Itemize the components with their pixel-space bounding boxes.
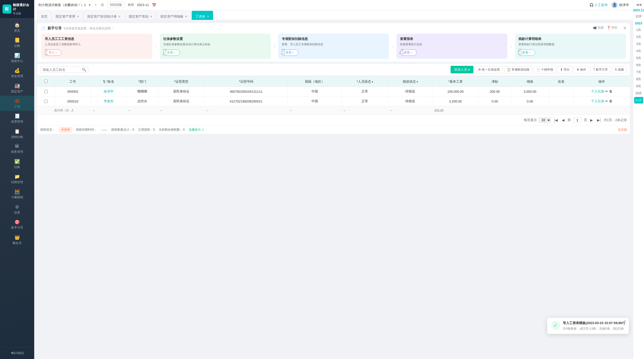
col-apply: 应发 (549, 77, 574, 87)
month-item-5月[interactable]: 5月 (634, 55, 643, 61)
user-menu[interactable]: 👤 徐泽华 (612, 2, 629, 8)
select-all-checkbox[interactable] (44, 80, 48, 83)
sidebar-item-资金管理[interactable]: 💰资金管理 (0, 65, 34, 80)
auth-label: 授权状态： (40, 128, 55, 132)
cell-ops[interactable]: 个人社保 ✏ 🗑 (573, 87, 630, 96)
month-item-3月[interactable]: 3月 (634, 41, 643, 47)
row-checkbox[interactable] (44, 90, 48, 93)
month-item-10月[interactable]: 10月 (634, 90, 643, 96)
prev-page-btn[interactable]: ◀ (561, 118, 566, 123)
recharge-link[interactable]: 去充值 (618, 128, 627, 132)
sidebar-item-小畅报销[interactable]: 🧮小畅报销 (0, 186, 34, 201)
sidebar-item-结账[interactable]: ✅结账 (0, 156, 34, 171)
add-person-button[interactable]: 添加人员 ▾ (451, 66, 473, 73)
month-item-9月[interactable]: 9月 (634, 83, 643, 89)
panel-collapse-btn[interactable]: ◀◀ (635, 2, 642, 8)
video-link[interactable]: 📹 视频 (593, 26, 603, 30)
step-desc-3: 查看、导入员工专项附加扣除信息 (282, 42, 386, 47)
tab-close-icon[interactable]: ✕ (207, 15, 209, 18)
search-input[interactable] (43, 68, 80, 72)
tab-固定资产管理[interactable]: 固定资产管理✕ (52, 11, 83, 20)
sidebar-item-新手引导[interactable]: 🎯新手引导 (0, 217, 34, 232)
month-item-1月[interactable]: 1月 (634, 27, 643, 33)
last-page-btn[interactable]: ▶| (596, 118, 602, 123)
sidebar-item-税务管理[interactable]: 🏛税务管理 (0, 141, 34, 156)
month-item-11月[interactable]: 11月 (634, 97, 643, 104)
step-title-5: 税款计算明细表 (518, 37, 622, 41)
sidebar-item-发票管理[interactable]: 🧾发票管理 (0, 111, 34, 126)
nav-label-总账: 总账 (14, 44, 20, 47)
account-dropdown-icon[interactable]: ▾ (89, 3, 91, 7)
sidebar-item-进销台账[interactable]: 📋进销台账 (0, 126, 34, 141)
delete-icon[interactable]: 🗑 (609, 89, 612, 93)
warm-tips[interactable]: 温馨提示 ⚠ (189, 128, 204, 132)
cell-ops[interactable]: 个人社保 ✏ 🗑 (573, 96, 630, 106)
tab-close-icon[interactable]: ✕ (77, 15, 79, 18)
sidebar-item-总账[interactable]: 📒总账 (0, 35, 34, 50)
row-checkbox[interactable] (44, 100, 48, 103)
col-status: *人员状态 ▾ (341, 77, 388, 87)
page-size-select[interactable]: 10 20 50 (539, 117, 551, 123)
tab-固定资产折旧统计表[interactable]: 固定资产折旧统计表✕ (84, 11, 125, 20)
action-btn-操作[interactable]: ⚙操作 (574, 66, 589, 73)
month-item-7月[interactable]: 7月 (634, 69, 643, 75)
next-page-btn[interactable]: ▶ (589, 118, 594, 123)
action-btn-导出[interactable]: ⬆导出 (557, 66, 572, 73)
sidebar-item-报表中心[interactable]: 📊报表中心 (0, 50, 34, 65)
nav-label-税务管理: 税务管理 (11, 150, 23, 153)
footer-total: 合计共（2）人 (37, 106, 91, 115)
tab-首页[interactable]: 首页 (37, 11, 51, 20)
ai-service-btn[interactable]: 🎧 人工咨询 (589, 3, 608, 7)
month-item-dec-prev[interactable]: 12月 (634, 13, 643, 20)
tab-label: 固定资产折旧统计表 (87, 14, 117, 19)
tab-close-icon[interactable]: ✕ (150, 15, 152, 18)
action-btn-新手引导[interactable]: ?新手引导 (590, 66, 611, 73)
action-btn-刷新[interactable]: ↻刷新 (612, 66, 627, 73)
cancel-fixed-btn[interactable]: ◀取消固定 (2, 350, 33, 356)
nav-icon-报表中心: 📊 (14, 53, 20, 58)
month-item-8月[interactable]: 8月 (634, 76, 643, 82)
sidebar-item-设置[interactable]: ⚙设置 (0, 202, 34, 217)
nav-label-新手引导: 新手引导 (11, 226, 23, 229)
guide-close-btn[interactable]: ✕ (623, 26, 626, 30)
calendar-year: 2023.11 (633, 8, 644, 13)
edit-icon[interactable]: ✏ (605, 99, 608, 103)
add-account-icon[interactable]: ＋ (94, 2, 98, 8)
calendar-icon[interactable]: 📅 (152, 3, 156, 7)
help-link[interactable]: ❓ 帮助 (607, 26, 617, 30)
action-btn-统一社保设置[interactable]: ⚙统一社保设置 (475, 66, 503, 73)
tab-固定资产明细账[interactable]: 固定资产明细账✕ (157, 11, 191, 20)
toast-close-btn[interactable]: ✕ (623, 319, 626, 323)
cell-name[interactable]: 徐泽华 (91, 87, 126, 96)
tab-close-icon[interactable]: ✕ (185, 15, 187, 18)
cell-name[interactable]: 李俊杰 (91, 96, 126, 106)
filter-icon-report_status[interactable]: ▾ (417, 80, 418, 83)
sidebar-item-固定资产[interactable]: 🏭固定资产 (0, 81, 34, 96)
sidebar-item-首页[interactable]: 🏠首页 (0, 20, 34, 35)
page-prefix-label: 第 (568, 118, 571, 122)
sidebar-item-工资[interactable]: 💼工资 (0, 96, 34, 111)
action-btn-专项附加扣除[interactable]: 📋专项附加扣除 (504, 66, 532, 73)
search-icon[interactable]: 🔍 (82, 68, 86, 72)
tab-close-icon[interactable]: ✕ (118, 15, 121, 18)
tab-固定资产类别[interactable]: 固定资产类别✕ (125, 11, 156, 20)
settings-icon[interactable]: ⚙ (101, 3, 104, 7)
sidebar-item-畅会员[interactable]: 👑畅会员 (0, 232, 34, 247)
year-header-2023: 2023 (634, 20, 643, 26)
delete-icon[interactable]: 🗑 (609, 99, 612, 103)
filter-icon-status[interactable]: ▾ (372, 80, 373, 83)
old-version-button[interactable]: 切到旧版 (107, 2, 125, 8)
month-item-6月[interactable]: 6月 (634, 62, 643, 68)
page-input[interactable] (573, 118, 582, 123)
tab-工资表[interactable]: 工资表✕ (192, 11, 213, 20)
month-item-2月[interactable]: 2月 (634, 34, 643, 40)
action-btn-个税申报[interactable]: 📄个税申报 (534, 66, 556, 73)
cell-emp-id: 000010 (55, 96, 91, 106)
period-value: 2023-11 (137, 3, 149, 7)
sidebar: 财 畅捷通好会计 专业版 🏠首页📒总账📊报表中心💰资金管理🏭固定资产💼工资🧾发票… (0, 0, 34, 359)
first-page-btn[interactable]: |◀ (553, 118, 559, 123)
toolbar: 🔍 添加人员 ▾ ⚙统一社保设置📋专项附加扣除📄个税申报⬆导出⚙操作?新手引导↻… (37, 64, 630, 75)
sidebar-item-归档管理[interactable]: 📁归档管理 (0, 171, 34, 186)
month-item-4月[interactable]: 4月 (634, 48, 643, 54)
edit-icon[interactable]: ✏ (605, 89, 608, 93)
